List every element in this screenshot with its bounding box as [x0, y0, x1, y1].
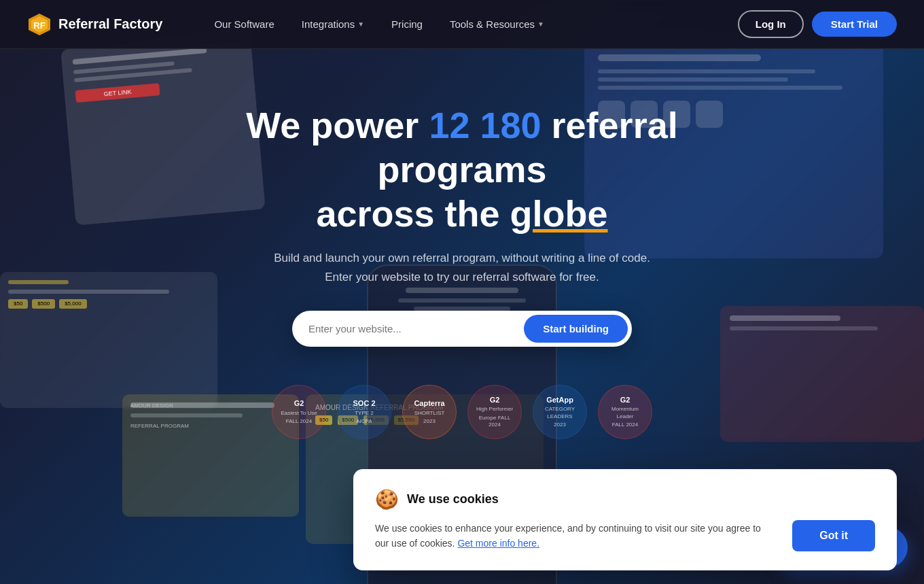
badges-row: G2 Easiest To Use FALL 2024 SOC 2 TYPE 2… [272, 385, 652, 439]
nav-actions: Log In Start Trial [738, 10, 897, 38]
badge-capterra: Capterra SHORTLIST 2023 [402, 385, 457, 439]
cookie-text: We use cookies to enhance your experienc… [375, 521, 776, 551]
brand-logo-icon: RF [27, 12, 52, 37]
login-button[interactable]: Log In [738, 10, 804, 38]
website-input[interactable] [308, 323, 524, 334]
hero-title: We power 12 180 referral programs across… [217, 103, 707, 235]
cookie-more-info-link[interactable]: Get more info here. [457, 538, 539, 549]
badge-soc2: SOC 2 TYPE 2 AICPA [337, 385, 391, 439]
cookie-emoji-icon: 🍪 [375, 488, 399, 511]
got-it-button[interactable]: Got it [792, 520, 875, 551]
hero-stat-count: 12 180 [429, 105, 541, 145]
svg-text:RF: RF [33, 20, 45, 31]
cookie-banner: 🍪 We use cookies We use cookies to enhan… [353, 469, 897, 570]
nav-item-pricing[interactable]: Pricing [380, 13, 433, 35]
brand-link[interactable]: RF Referral Factory [27, 12, 162, 37]
nav-item-integrations[interactable]: Integrations ▼ [291, 13, 375, 35]
brand-name: Referral Factory [58, 16, 162, 32]
start-building-button[interactable]: Start building [524, 315, 628, 343]
hero-search-form: Start building [292, 311, 632, 347]
tools-resources-chevron-icon: ▼ [537, 20, 544, 28]
badge-g2-high-performer: G2 High Performer Europe FALL 2024 [467, 385, 522, 439]
nav-links: Our Software Integrations ▼ Pricing Tool… [203, 13, 737, 35]
badge-getapp: GetApp CATEGORY LEADERS 2023 [533, 385, 587, 439]
hero-section: We power 12 180 referral programs across… [0, 49, 924, 466]
navbar: RF Referral Factory Our Software Integra… [0, 0, 924, 49]
integrations-chevron-icon: ▼ [357, 20, 364, 28]
start-trial-button[interactable]: Start Trial [812, 12, 897, 37]
cookie-body: We use cookies to enhance your experienc… [375, 520, 875, 551]
badge-g2-momentum: G2 Momentum Leader FALL 2024 [598, 385, 652, 439]
nav-item-tools-resources[interactable]: Tools & Resources ▼ [439, 13, 555, 35]
badge-g2-easiest: G2 Easiest To Use FALL 2024 [272, 385, 326, 439]
cookie-title: We use cookies [407, 492, 499, 506]
hero-subtitle: Build and launch your own referral progr… [272, 249, 652, 286]
nav-item-our-software[interactable]: Our Software [203, 13, 285, 35]
cookie-header: 🍪 We use cookies [375, 488, 875, 511]
